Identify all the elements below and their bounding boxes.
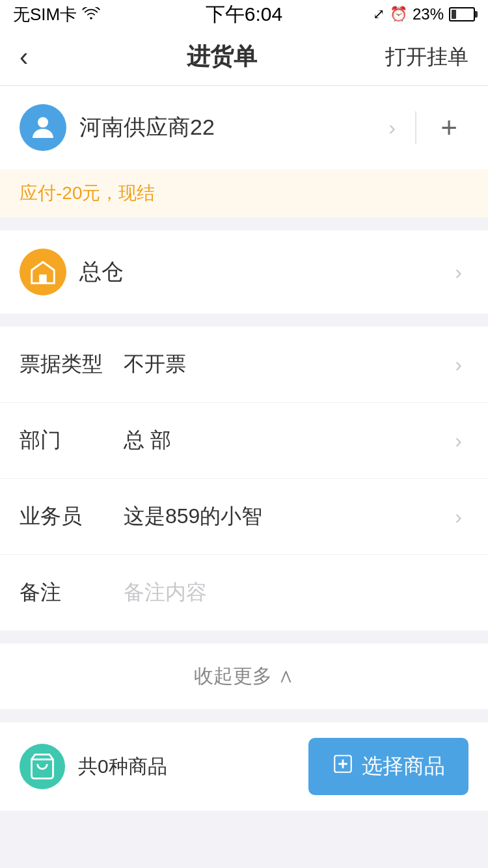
supplier-chevron-icon: ›	[388, 116, 396, 140]
invoice-type-value: 不开票	[124, 350, 455, 379]
warehouse-row[interactable]: 总仓 ›	[0, 230, 488, 314]
product-icon	[20, 744, 65, 789]
product-count-label: 共0种商品	[78, 753, 308, 780]
remark-row[interactable]: 备注 备注内容	[0, 555, 488, 631]
salesman-chevron-icon: ›	[455, 505, 462, 529]
svg-rect-1	[39, 275, 47, 283]
battery-label: 23%	[413, 5, 444, 23]
status-bar: 无SIM卡 下午6:04 ⤢ ⏰ 23%	[0, 0, 488, 29]
status-bar-right: ⤢ ⏰ 23%	[373, 5, 475, 23]
supplier-avatar	[20, 104, 66, 151]
gray-area	[0, 811, 488, 868]
select-product-icon	[332, 753, 354, 780]
warehouse-building-icon	[28, 257, 58, 287]
alarm-icon: ⏰	[390, 6, 407, 23]
warehouse-section: 总仓 ›	[0, 230, 488, 314]
battery-icon	[449, 7, 475, 21]
department-row[interactable]: 部门 总 部 ›	[0, 403, 488, 479]
remark-label: 备注	[20, 578, 124, 607]
location-icon: ⤢	[373, 6, 385, 23]
invoice-type-row[interactable]: 票据类型 不开票 ›	[0, 327, 488, 403]
open-pending-button[interactable]: 打开挂单	[385, 43, 468, 72]
carrier-label: 无SIM卡	[13, 3, 77, 26]
notice-text: 应付-20元，现结	[20, 183, 155, 203]
nav-bar: ‹ 进货单 打开挂单	[0, 29, 488, 86]
supplier-row[interactable]: 河南供应商22 › +	[0, 86, 488, 169]
invoice-chevron-icon: ›	[455, 353, 462, 377]
notice-bar: 应付-20元，现结	[0, 169, 488, 217]
warehouse-name: 总仓	[79, 257, 455, 287]
shopping-bag-icon	[28, 752, 57, 781]
warehouse-chevron-icon: ›	[455, 260, 462, 284]
department-chevron-icon: ›	[455, 429, 462, 453]
salesman-row[interactable]: 业务员 这是859的小智 ›	[0, 479, 488, 555]
page-title: 进货单	[187, 41, 257, 73]
collapse-bar[interactable]: 收起更多 ∧	[0, 644, 488, 709]
invoice-type-label: 票据类型	[20, 350, 124, 379]
supplier-section: 河南供应商22 › +	[0, 86, 488, 169]
supplier-divider	[415, 111, 416, 144]
bottom-bar: 共0种商品 选择商品	[0, 722, 488, 811]
add-supplier-button[interactable]: +	[429, 108, 468, 147]
remark-input[interactable]: 备注内容	[124, 578, 468, 607]
back-button[interactable]: ‹	[20, 42, 59, 72]
user-icon	[27, 112, 59, 143]
wifi-icon	[82, 5, 100, 25]
salesman-value: 这是859的小智	[124, 502, 455, 531]
content: 河南供应商22 › + 应付-20元，现结 总仓 › 票据类型 不开票	[0, 86, 488, 868]
select-product-label: 选择商品	[362, 752, 445, 781]
collapse-label: 收起更多 ∧	[194, 665, 293, 686]
department-label: 部门	[20, 426, 124, 455]
warehouse-icon	[20, 249, 66, 295]
supplier-name: 河南供应商22	[79, 113, 388, 142]
salesman-label: 业务员	[20, 502, 124, 531]
select-product-button[interactable]: 选择商品	[308, 738, 468, 795]
svg-point-0	[38, 117, 48, 128]
form-section: 票据类型 不开票 › 部门 总 部 › 业务员 这是859的小智 › 备注 备注…	[0, 327, 488, 631]
department-value: 总 部	[124, 426, 455, 455]
status-bar-time: 下午6:04	[206, 1, 282, 28]
status-bar-left: 无SIM卡	[13, 3, 100, 26]
